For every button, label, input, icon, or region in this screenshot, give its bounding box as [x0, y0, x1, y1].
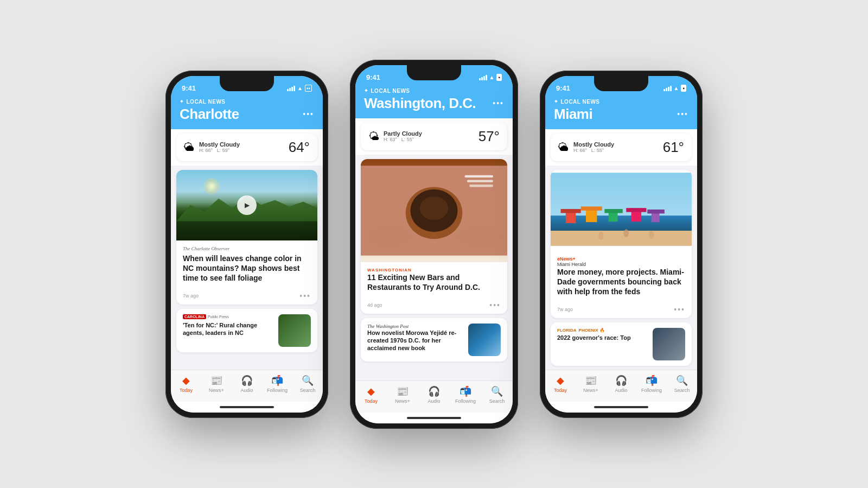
tab-search-label-mi: Search — [674, 388, 690, 393]
dots-charlotte[interactable]: ••• — [299, 291, 311, 300]
news-card-miami-small[interactable]: FLORIDA PHOENIX 🔥 2022 governor's race: … — [551, 322, 692, 366]
news-body-miami: eNews+ Miami Herald More money, more pro… — [551, 251, 692, 306]
tab-today-charlotte[interactable]: ◆ Today — [171, 375, 201, 393]
home-indicator-charlotte — [171, 402, 323, 413]
weather-info-miami: Mostly Cloudy H: 66° L: 55° — [573, 141, 614, 153]
local-news-label-washington: ✦ LOCAL NEWS — [364, 88, 504, 94]
weather-charlotte[interactable]: 🌥 Mostly Cloudy H: 66° L: 59° 64° — [176, 134, 317, 161]
weather-temp-miami: 61° — [663, 139, 684, 156]
tab-today-icon-wa: ◆ — [367, 385, 375, 397]
headline-miami-small: 2022 governor's race: Top — [557, 334, 647, 341]
news-card-miami-main[interactable]: eNews+ Miami Herald More money, more pro… — [551, 170, 692, 319]
status-icons-miami: ▲ ▪ — [663, 85, 686, 92]
small-card-text-miami: FLORIDA PHOENIX 🔥 2022 governor's race: … — [557, 328, 647, 360]
news-meta-miami: 7w ago ••• — [551, 305, 692, 318]
weather-icon-washington: 🌤 — [368, 130, 379, 143]
tab-bar-charlotte: ◆ Today 📰 News+ 🎧 Audio 📬 Following 🔍 — [171, 370, 323, 402]
scroll-miami[interactable]: eNews+ Miami Herald More money, more pro… — [545, 166, 697, 370]
svg-point-24 — [649, 230, 654, 238]
weather-washington[interactable]: 🌤 Partly Cloudy H: 63° L: 55° 57° — [361, 123, 507, 150]
scroll-charlotte[interactable]: ▶ The Charlotte Observer When will leave… — [171, 166, 323, 370]
publication-charlotte: The Charlotte Observer — [183, 246, 311, 251]
tab-newsplus-washington[interactable]: 📰 News+ — [387, 385, 418, 404]
headline-washington-small: How novelist Morowa Yejidé re-created 19… — [367, 329, 463, 352]
weather-condition-washington: Partly Cloudy — [384, 130, 422, 137]
svg-point-5 — [455, 225, 502, 249]
carolina-badge: CAROLINA — [183, 314, 206, 319]
tab-today-label: Today — [180, 388, 193, 393]
home-bar-washington — [407, 417, 461, 419]
tab-search-charlotte[interactable]: 🔍 Search — [292, 375, 323, 393]
phoenix-text: PHOENIX 🔥 — [579, 328, 605, 333]
weather-range-washington: H: 63° L: 55° — [384, 137, 422, 142]
news-card-charlotte-main[interactable]: ▶ The Charlotte Observer When will leave… — [176, 170, 317, 305]
tab-following-washington[interactable]: 📬 Following — [450, 385, 481, 404]
header-charlotte: ✦ LOCAL NEWS Charlotte ••• — [171, 97, 323, 129]
tab-newsplus-label-mi: News+ — [583, 388, 598, 393]
news-flag-icon-wa: ✦ — [364, 88, 369, 93]
headline-charlotte: When will leaves change color in NC moun… — [183, 253, 311, 283]
news-flag-icon-mi: ✦ — [554, 99, 559, 104]
more-menu-miami[interactable]: ••• — [677, 110, 688, 118]
tab-newsplus-label-wa: News+ — [395, 398, 410, 404]
screen-washington: 9:41 ▲ ▪ ✦ LOCAL NEWS — [355, 65, 513, 423]
dots-miami[interactable]: ••• — [674, 305, 685, 314]
dots-washington[interactable]: ••• — [489, 301, 501, 309]
weather-temp-charlotte: 64° — [289, 139, 310, 156]
tab-audio-washington[interactable]: 🎧 Audio — [418, 385, 450, 404]
tab-following-label: Following — [267, 388, 288, 393]
news-card-charlotte-small[interactable]: CAROLINA Public Press 'Ten for NC:' Rura… — [176, 309, 317, 352]
tab-newsplus-miami[interactable]: 📰 News+ — [576, 375, 606, 393]
tab-following-miami[interactable]: 📬 Following — [636, 375, 667, 393]
signal-icon-mi — [663, 86, 672, 91]
tab-audio-label: Audio — [240, 388, 253, 393]
scroll-washington[interactable]: WASHINGTONIAN 11 Exciting New Bars and R… — [355, 155, 513, 381]
washington-image — [361, 159, 507, 262]
wifi-icon-wa: ▲ — [489, 74, 495, 80]
tab-search-label: Search — [300, 388, 316, 393]
tab-today-miami[interactable]: ◆ Today — [545, 375, 576, 393]
notch-charlotte — [220, 76, 274, 91]
news-card-washington-small[interactable]: The Washington Post How novelist Morowa … — [361, 318, 507, 362]
svg-point-3 — [420, 196, 448, 220]
svg-rect-15 — [581, 206, 602, 210]
weather-range-charlotte: H: 66° L: 59° — [199, 148, 240, 153]
tab-today-icon-mi: ◆ — [557, 375, 564, 386]
more-menu-washington[interactable]: ••• — [493, 99, 504, 107]
tab-bar-washington: ◆ Today 📰 News+ 🎧 Audio 📬 Following 🔍 — [355, 381, 513, 413]
tab-today-washington[interactable]: ◆ Today — [355, 385, 387, 404]
tab-bar-miami: ◆ Today 📰 News+ 🎧 Audio 📬 Following 🔍 — [545, 370, 697, 402]
publication-wapo: The Washington Post — [367, 324, 463, 329]
svg-rect-7 — [467, 180, 493, 182]
weather-miami[interactable]: 🌥 Mostly Cloudy H: 66° L: 55° 61° — [551, 134, 692, 161]
city-name-charlotte: Charlotte — [180, 106, 239, 123]
tab-newsplus-charlotte[interactable]: 📰 News+ — [201, 375, 232, 393]
phone-washington: 9:41 ▲ ▪ ✦ LOCAL NEWS — [350, 60, 518, 429]
tab-audio-miami[interactable]: 🎧 Audio — [606, 375, 636, 393]
timestamp-charlotte: 7w ago — [183, 293, 199, 299]
weather-info-charlotte: Mostly Cloudy H: 66° L: 59° — [199, 141, 240, 153]
tab-search-icon: 🔍 — [302, 375, 314, 386]
headline-washington: 11 Exciting New Bars and Restaurants to … — [367, 272, 501, 292]
tab-following-charlotte[interactable]: 📬 Following — [262, 375, 292, 393]
tab-audio-icon-mi: 🎧 — [615, 375, 627, 386]
tab-search-washington[interactable]: 🔍 Search — [481, 385, 513, 404]
tab-search-miami[interactable]: 🔍 Search — [667, 375, 697, 393]
status-icons-washington: ▲ ▪ — [479, 74, 502, 81]
tab-audio-charlotte[interactable]: 🎧 Audio — [232, 375, 262, 393]
charlotte-image: ▶ — [176, 170, 317, 240]
time-charlotte: 9:41 — [182, 84, 196, 92]
more-menu-charlotte[interactable]: ••• — [303, 110, 314, 118]
local-news-label-miami: ✦ LOCAL NEWS — [554, 99, 688, 105]
thumb-img-washington — [468, 324, 501, 356]
weather-condition-charlotte: Mostly Cloudy — [199, 141, 240, 148]
florida-text: FLORIDA — [557, 328, 577, 333]
tab-audio-icon-wa: 🎧 — [428, 385, 440, 397]
signal-icon-wa — [479, 75, 487, 80]
header-row-charlotte: ✦ LOCAL NEWS Charlotte ••• — [180, 99, 314, 123]
phone-miami: 9:41 ▲ ▪ ✦ LOCAL NEWS — [540, 71, 703, 418]
svg-rect-6 — [465, 175, 493, 177]
play-button-charlotte[interactable]: ▶ — [237, 195, 257, 215]
tab-following-icon-wa: 📬 — [459, 385, 471, 397]
news-card-washington-main[interactable]: WASHINGTONIAN 11 Exciting New Bars and R… — [361, 159, 507, 314]
